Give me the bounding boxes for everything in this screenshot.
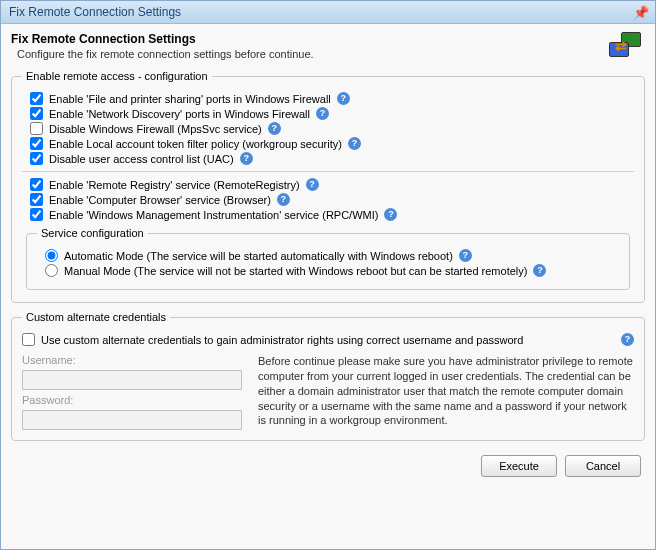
help-icon[interactable]: ?: [277, 193, 290, 206]
checkbox-wmi[interactable]: [30, 208, 43, 221]
checkbox-label[interactable]: Disable Windows Firewall (MpsSvc service…: [49, 123, 262, 135]
checkbox-label[interactable]: Enable 'File and printer sharing' ports …: [49, 93, 331, 105]
checkbox-label[interactable]: Enable Local account token filter policy…: [49, 138, 342, 150]
page-subtitle: Configure the fix remote connection sett…: [17, 48, 314, 60]
checkbox-network-discovery[interactable]: [30, 107, 43, 120]
checkbox-label[interactable]: Enable 'Remote Registry' service (Remote…: [49, 179, 300, 191]
checkbox-row-token-filter: Enable Local account token filter policy…: [22, 137, 634, 150]
group-legend: Enable remote access - configuration: [22, 70, 212, 82]
service-configuration-group: Service configuration Automatic Mode (Th…: [26, 227, 630, 290]
username-field[interactable]: [22, 370, 242, 390]
checkbox-label[interactable]: Use custom alternate credentials to gain…: [41, 334, 523, 346]
credentials-note: Before continue please make sure you hav…: [258, 354, 634, 430]
checkbox-computer-browser[interactable]: [30, 193, 43, 206]
cancel-button[interactable]: Cancel: [565, 455, 641, 477]
credentials-fields: Username: Password:: [22, 354, 242, 430]
help-icon[interactable]: ?: [306, 178, 319, 191]
checkbox-row-network-discovery: Enable 'Network Discovery' ports in Wind…: [22, 107, 634, 120]
checkbox-use-credentials[interactable]: [22, 333, 35, 346]
radio-row-automatic: Automatic Mode (The service will be star…: [37, 249, 619, 262]
checkbox-label[interactable]: Enable 'Computer Browser' service (Brows…: [49, 194, 271, 206]
checkbox-disable-firewall[interactable]: [30, 122, 43, 135]
custom-credentials-group: Custom alternate credentials Use custom …: [11, 311, 645, 441]
checkbox-row-computer-browser: Enable 'Computer Browser' service (Brows…: [22, 193, 634, 206]
help-icon[interactable]: ?: [348, 137, 361, 150]
radio-row-manual: Manual Mode (The service will not be sta…: [37, 264, 619, 277]
help-icon[interactable]: ?: [240, 152, 253, 165]
content-area: Fix Remote Connection Settings Configure…: [1, 24, 655, 549]
pin-icon[interactable]: 📌: [633, 5, 647, 19]
separator: [22, 171, 634, 172]
radio-label[interactable]: Automatic Mode (The service will be star…: [64, 250, 453, 262]
radio-manual-mode[interactable]: [45, 264, 58, 277]
checkbox-label[interactable]: Enable 'Windows Management Instrumentati…: [49, 209, 378, 221]
enable-remote-access-group: Enable remote access - configuration Ena…: [11, 70, 645, 303]
checkbox-row-remote-registry: Enable 'Remote Registry' service (Remote…: [22, 178, 634, 191]
dialog-footer: Execute Cancel: [11, 449, 645, 479]
checkbox-file-sharing[interactable]: [30, 92, 43, 105]
help-icon[interactable]: ?: [533, 264, 546, 277]
checkbox-label[interactable]: Disable user access control list (UAC): [49, 153, 234, 165]
help-icon[interactable]: ?: [384, 208, 397, 221]
checkbox-row-disable-firewall: Disable Windows Firewall (MpsSvc service…: [22, 122, 634, 135]
checkbox-label[interactable]: Enable 'Network Discovery' ports in Wind…: [49, 108, 310, 120]
header-text: Fix Remote Connection Settings Configure…: [11, 32, 314, 60]
dialog-window: Fix Remote Connection Settings 📌 Fix Rem…: [0, 0, 656, 550]
help-icon[interactable]: ?: [459, 249, 472, 262]
radio-label[interactable]: Manual Mode (The service will not be sta…: [64, 265, 527, 277]
group-legend: Custom alternate credentials: [22, 311, 170, 323]
group-legend: Service configuration: [37, 227, 148, 239]
password-field[interactable]: [22, 410, 242, 430]
execute-button[interactable]: Execute: [481, 455, 557, 477]
page-title: Fix Remote Connection Settings: [11, 32, 314, 46]
checkbox-row-disable-uac: Disable user access control list (UAC) ?: [22, 152, 634, 165]
help-icon[interactable]: ?: [268, 122, 281, 135]
header: Fix Remote Connection Settings Configure…: [11, 32, 645, 64]
help-icon[interactable]: ?: [621, 333, 634, 346]
checkbox-token-filter[interactable]: [30, 137, 43, 150]
checkbox-row-use-credentials: Use custom alternate credentials to gain…: [22, 333, 634, 346]
checkbox-row-wmi: Enable 'Windows Management Instrumentati…: [22, 208, 634, 221]
radio-automatic-mode[interactable]: [45, 249, 58, 262]
window-title: Fix Remote Connection Settings: [9, 5, 181, 19]
help-icon[interactable]: ?: [337, 92, 350, 105]
password-label: Password:: [22, 394, 242, 406]
title-bar: Fix Remote Connection Settings 📌: [1, 1, 655, 24]
remote-connection-icon: ⇄: [609, 32, 645, 64]
credentials-body: Username: Password: Before continue plea…: [22, 354, 634, 430]
checkbox-disable-uac[interactable]: [30, 152, 43, 165]
username-label: Username:: [22, 354, 242, 366]
checkbox-remote-registry[interactable]: [30, 178, 43, 191]
checkbox-row-file-sharing: Enable 'File and printer sharing' ports …: [22, 92, 634, 105]
help-icon[interactable]: ?: [316, 107, 329, 120]
